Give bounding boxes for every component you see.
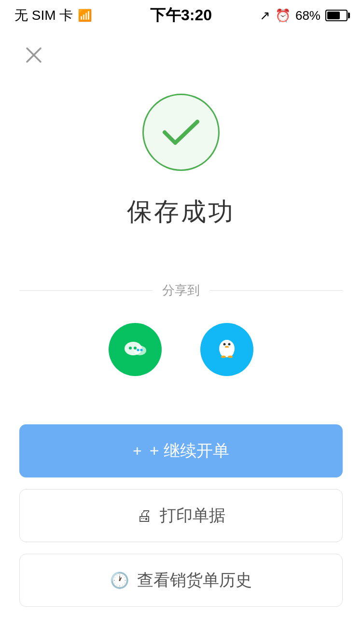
- checkmark-icon: [162, 118, 200, 147]
- success-title: 保存成功: [127, 195, 235, 229]
- svg-point-15: [228, 356, 233, 358]
- divider-left: [19, 290, 153, 291]
- status-bar: 无 SIM 卡 📶 下午3:20 ↗ ⏰ 68%: [0, 0, 362, 31]
- share-section: 分享到: [19, 263, 343, 405]
- continue-order-button[interactable]: + + 继续开单: [19, 424, 343, 477]
- svg-point-6: [137, 349, 139, 351]
- svg-point-4: [129, 347, 132, 350]
- status-carrier: 无 SIM 卡 📶: [14, 6, 92, 25]
- wechat-icon: [120, 334, 151, 365]
- status-time: 下午3:20: [150, 5, 212, 26]
- history-label: 查看销货单历史: [137, 569, 252, 591]
- svg-point-10: [223, 343, 226, 346]
- wifi-icon: 📶: [78, 9, 92, 22]
- battery-icon: [325, 10, 348, 21]
- wechat-share-button[interactable]: [109, 323, 162, 376]
- print-label: 打印单据: [160, 504, 225, 527]
- plus-icon: +: [133, 442, 142, 460]
- close-button[interactable]: [19, 41, 48, 70]
- action-section: + + 继续开单 🖨 打印单据 🕐 查看销货单历史: [19, 405, 343, 626]
- share-label: 分享到: [162, 282, 200, 299]
- carrier-text: 无 SIM 卡: [14, 6, 73, 25]
- svg-point-11: [228, 343, 231, 346]
- history-icon: 🕐: [110, 571, 129, 589]
- divider-right: [209, 290, 343, 291]
- success-circle: [142, 94, 220, 171]
- battery-fill: [327, 12, 340, 19]
- success-section: 保存成功: [19, 84, 343, 248]
- alarm-icon: ⏰: [275, 8, 291, 23]
- battery-percent: 68%: [295, 8, 320, 23]
- svg-point-5: [134, 347, 137, 350]
- print-button[interactable]: 🖨 打印单据: [19, 489, 343, 542]
- qq-share-button[interactable]: [200, 323, 253, 376]
- history-button[interactable]: 🕐 查看销货单历史: [19, 554, 343, 607]
- qq-icon: [211, 334, 242, 365]
- share-divider: 分享到: [19, 282, 343, 299]
- svg-point-14: [221, 356, 226, 358]
- close-icon: [25, 46, 42, 64]
- svg-point-7: [140, 349, 143, 351]
- status-right: ↗ ⏰ 68%: [260, 8, 348, 23]
- location-icon: ↗: [260, 8, 270, 23]
- print-icon: 🖨: [137, 507, 152, 525]
- continue-order-label: + 继续开单: [150, 440, 229, 462]
- main-content: 保存成功 分享到: [0, 31, 362, 626]
- share-icons: [19, 323, 343, 376]
